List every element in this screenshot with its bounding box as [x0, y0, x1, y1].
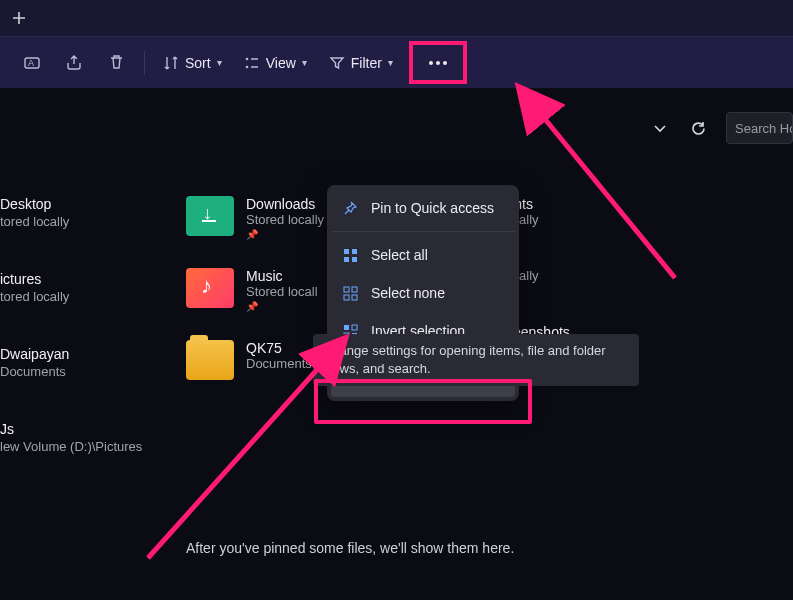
sort-icon [163, 55, 179, 71]
folder-item[interactable]: DwaipayanDocuments [0, 346, 142, 379]
menu-separator [331, 231, 515, 232]
search-input[interactable]: Search Ho [726, 112, 793, 144]
menu-select-all[interactable]: Select all [331, 236, 515, 274]
downloads-folder-icon [186, 196, 234, 236]
filter-button[interactable]: Filter ▾ [321, 49, 401, 77]
svg-rect-5 [352, 249, 357, 254]
svg-line-18 [148, 363, 323, 558]
svg-rect-12 [344, 325, 349, 330]
select-none-icon [341, 284, 359, 302]
svg-rect-13 [352, 325, 357, 330]
chevron-down-icon: ▾ [388, 57, 393, 68]
share-icon[interactable] [56, 45, 92, 81]
svg-rect-11 [352, 295, 357, 300]
delete-icon[interactable] [98, 45, 134, 81]
folder-item[interactable]: Desktoptored locally [0, 196, 142, 229]
svg-text:A: A [28, 58, 34, 68]
svg-rect-10 [344, 295, 349, 300]
menu-label: Select all [371, 247, 428, 263]
menu-label: Select none [371, 285, 445, 301]
svg-point-2 [245, 57, 248, 60]
sort-button[interactable]: Sort ▾ [155, 49, 230, 77]
sidebar-folders: Desktoptored locally icturestored locall… [0, 196, 142, 496]
svg-rect-7 [352, 257, 357, 262]
svg-rect-9 [352, 287, 357, 292]
menu-pin-quick-access[interactable]: Pin to Quick access [331, 189, 515, 227]
select-all-icon [341, 246, 359, 264]
menu-select-none[interactable]: Select none [331, 274, 515, 312]
toolbar-separator [144, 51, 145, 75]
rename-icon[interactable]: A [14, 45, 50, 81]
svg-point-3 [245, 65, 248, 68]
folder-item[interactable]: Jslew Volume (D:)\Pictures [0, 421, 142, 454]
sort-label: Sort [185, 55, 211, 71]
tab-bar [0, 0, 793, 36]
svg-rect-4 [344, 249, 349, 254]
annotation-arrow [138, 348, 348, 572]
more-button-highlight [409, 41, 467, 84]
view-label: View [266, 55, 296, 71]
annotation-arrow [525, 98, 695, 292]
filter-icon [329, 55, 345, 71]
pin-icon [341, 199, 359, 217]
chevron-down-icon: ▾ [217, 57, 222, 68]
more-button[interactable] [429, 61, 447, 65]
toolbar: A Sort ▾ View ▾ Filter ▾ [0, 36, 793, 88]
menu-label: Pin to Quick access [371, 200, 494, 216]
view-button[interactable]: View ▾ [236, 49, 315, 77]
filter-label: Filter [351, 55, 382, 71]
view-icon [244, 55, 260, 71]
svg-rect-6 [344, 257, 349, 262]
folder-item[interactable]: icturestored locally [0, 271, 142, 304]
chevron-down-icon: ▾ [302, 57, 307, 68]
content-area: Search Ho Desktoptored locally icturesto… [0, 88, 793, 600]
add-tab-button[interactable] [10, 9, 28, 27]
svg-rect-8 [344, 287, 349, 292]
music-folder-icon [186, 268, 234, 308]
svg-line-17 [540, 113, 675, 278]
